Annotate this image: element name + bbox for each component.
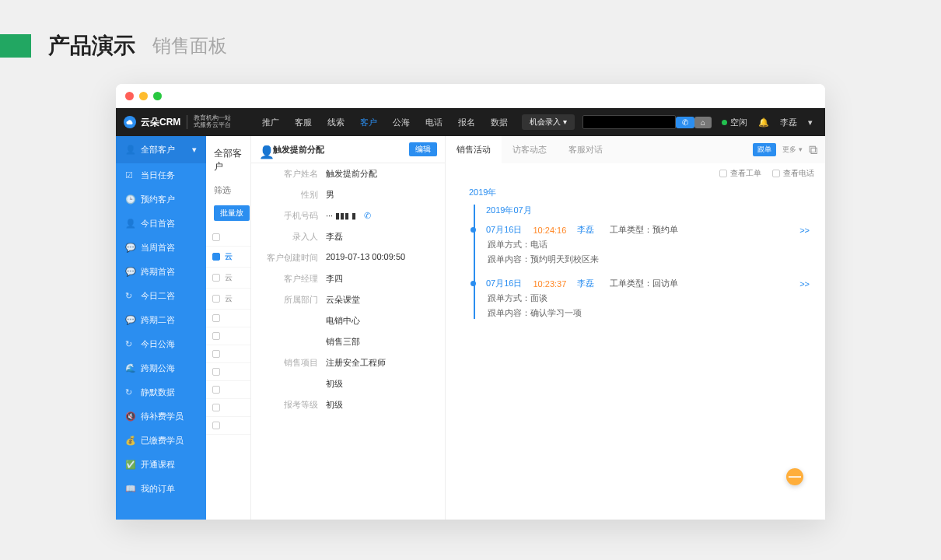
batch-button[interactable]: 批量放 xyxy=(214,205,250,221)
search-input[interactable] xyxy=(582,115,676,129)
row-checkbox[interactable] xyxy=(212,386,220,394)
slide-subtitle: 销售面板 xyxy=(152,33,227,58)
list-title: 全部客户 xyxy=(206,136,250,178)
table-row[interactable] xyxy=(206,327,250,345)
nav-item-4[interactable]: 公海 xyxy=(385,108,418,136)
sidebar-icon: ☑ xyxy=(125,170,135,180)
timeline-entry: 07月16日10:23:37李磊工单类型：回访单>>跟单方式：面谈跟单内容：确认… xyxy=(486,278,810,319)
detail-field: 客户经理李四 xyxy=(251,268,445,289)
timeline-year: 2019年 xyxy=(469,187,810,198)
nav-item-7[interactable]: 数据 xyxy=(483,108,516,136)
detail-field: 初级 xyxy=(251,373,445,394)
fab-button[interactable]: — xyxy=(786,468,803,485)
detail-field: 销售三部 xyxy=(251,331,445,352)
entry-content: 跟单内容：预约明天到校区来 xyxy=(486,254,810,265)
filter-label[interactable]: 筛选 xyxy=(206,178,250,202)
expand-icon[interactable]: ⧉ xyxy=(809,143,817,157)
sidebar-item-12[interactable]: ✅开通课程 xyxy=(116,453,206,477)
bell-icon[interactable]: 🔔 xyxy=(758,117,769,128)
close-icon[interactable] xyxy=(125,92,134,100)
timeline-entry: 07月16日10:24:16李磊工单类型：预约单>>跟单方式：电话跟单内容：预约… xyxy=(486,224,810,265)
row-checkbox[interactable] xyxy=(212,253,220,261)
sidebar-icon: 💰 xyxy=(125,436,135,446)
sidebar-item-11[interactable]: 💰已缴费学员 xyxy=(116,429,206,453)
nav-item-1[interactable]: 客服 xyxy=(287,108,320,136)
sidebar-header[interactable]: 👤 全部客户 ▾ xyxy=(116,136,206,163)
row-checkbox[interactable] xyxy=(212,295,220,303)
row-checkbox[interactable] xyxy=(212,233,220,241)
nav-item-3[interactable]: 客户 xyxy=(352,108,385,136)
sidebar-item-8[interactable]: 🌊跨期公海 xyxy=(116,356,206,380)
sidebar-item-1[interactable]: 🕒预约客户 xyxy=(116,187,206,212)
sidebar-item-10[interactable]: 🔇待补费学员 xyxy=(116,404,206,429)
sidebar-icon: 🌊 xyxy=(125,363,135,373)
entry-date: 07月16日 xyxy=(486,278,522,289)
sidebar-item-2[interactable]: 👤今日首咨 xyxy=(116,212,206,236)
table-row[interactable]: 云 xyxy=(206,268,250,289)
detail-field: 录入人李磊 xyxy=(251,226,445,247)
more-menu[interactable]: 更多 ▾ xyxy=(782,145,803,155)
nav-item-6[interactable]: 报名 xyxy=(450,108,483,136)
sidebar-icon: 🔇 xyxy=(125,411,135,422)
table-row[interactable]: 云 xyxy=(206,247,250,268)
slide-title: 产品演示 xyxy=(48,31,135,61)
sidebar-icon: 👤 xyxy=(125,219,135,229)
entry-expand[interactable]: >> xyxy=(799,279,810,289)
row-checkbox[interactable] xyxy=(212,368,220,376)
nav-item-2[interactable]: 线索 xyxy=(320,108,352,136)
sidebar-item-5[interactable]: ↻今日二咨 xyxy=(116,284,206,308)
filter-ticket[interactable]: 查看工单 xyxy=(719,168,761,179)
phone-on-icon[interactable]: ✆ xyxy=(676,117,694,128)
table-row[interactable] xyxy=(206,229,250,247)
edit-button[interactable]: 编辑 xyxy=(409,142,437,156)
sidebar-item-6[interactable]: 💬跨期二咨 xyxy=(116,308,206,332)
sidebar-item-3[interactable]: 💬当周首咨 xyxy=(116,236,206,260)
entry-time: 10:23:37 xyxy=(533,279,566,289)
table-row[interactable] xyxy=(206,363,250,381)
phone-off-icon[interactable]: ⌂ xyxy=(694,117,712,128)
table-row[interactable] xyxy=(206,417,250,435)
row-checkbox[interactable] xyxy=(212,314,220,322)
activity-tab-0[interactable]: 销售活动 xyxy=(446,136,502,163)
minimize-icon[interactable] xyxy=(139,92,148,100)
table-row[interactable] xyxy=(206,399,250,417)
detail-field: 客户创建时间2019-07-13 00:09:50 xyxy=(251,247,445,268)
sidebar-item-9[interactable]: ↻静默数据 xyxy=(116,380,206,404)
row-checkbox[interactable] xyxy=(212,350,220,358)
table-row[interactable]: 云 xyxy=(206,289,250,310)
row-checkbox[interactable] xyxy=(212,404,220,411)
activity-tab-2[interactable]: 客服对话 xyxy=(558,136,614,163)
sidebar-item-7[interactable]: ↻今日公海 xyxy=(116,332,206,356)
activity-tabs: 销售活动访客动态客服对话 跟单 更多 ▾ ⧉ xyxy=(446,136,825,163)
entry-expand[interactable]: >> xyxy=(799,226,810,235)
entry-user: 李磊 xyxy=(577,278,594,289)
current-user[interactable]: 李磊 xyxy=(780,117,797,128)
activity-tab-1[interactable]: 访客动态 xyxy=(502,136,558,163)
table-row[interactable] xyxy=(206,381,250,399)
sidebar-item-0[interactable]: ☑当日任务 xyxy=(116,163,206,187)
table-row[interactable] xyxy=(206,345,250,363)
row-checkbox[interactable] xyxy=(212,274,220,282)
maximize-icon[interactable] xyxy=(153,92,162,100)
users-icon: 👤 xyxy=(125,145,135,155)
phone-icon[interactable]: ✆ xyxy=(364,211,371,221)
sidebar-item-13[interactable]: 📖我的订单 xyxy=(116,477,206,501)
table-row[interactable] xyxy=(206,310,250,327)
follow-tag[interactable]: 跟单 xyxy=(753,143,776,156)
row-checkbox[interactable] xyxy=(212,422,220,429)
filter-phone[interactable]: 查看电话 xyxy=(772,168,814,179)
logo-icon xyxy=(124,116,136,128)
entry-method: 跟单方式：面谈 xyxy=(486,292,810,304)
row-checkbox[interactable] xyxy=(212,332,220,340)
nav-item-0[interactable]: 推广 xyxy=(254,108,287,136)
user-menu-icon[interactable]: ▾ xyxy=(808,117,813,128)
accent-block xyxy=(0,34,31,58)
entry-content: 跟单内容：确认学习一项 xyxy=(486,307,810,319)
sidebar-item-4[interactable]: 💬跨期首咨 xyxy=(116,260,206,284)
detail-field: 客户姓名触发提前分配 xyxy=(251,163,445,184)
status-indicator: 空闲 xyxy=(722,117,747,128)
logo[interactable]: 云朵CRM 教育机构一站式服务云平台 xyxy=(116,115,239,129)
detail-field: 所属部门云朵课堂 xyxy=(251,289,445,310)
opportunity-button[interactable]: 机会录入 xyxy=(522,114,575,130)
nav-item-5[interactable]: 电话 xyxy=(418,108,450,136)
